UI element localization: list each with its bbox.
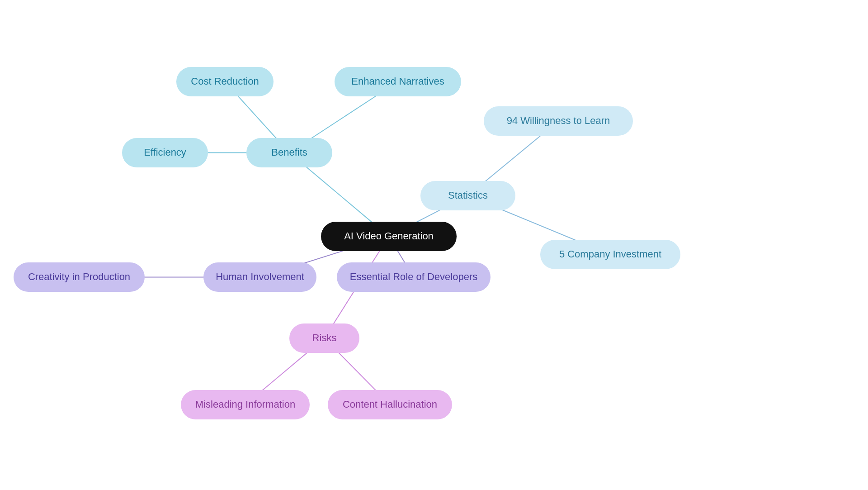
company-investment-node: 5 Company Investment (540, 240, 680, 269)
company-investment-label: 5 Company Investment (559, 248, 661, 261)
enhanced-narratives-node: Enhanced Narratives (335, 67, 461, 96)
hallucination-node: Content Hallucination (328, 390, 452, 419)
risks-node: Risks (289, 323, 359, 353)
efficiency-node: Efficiency (122, 138, 208, 167)
human-involvement-label: Human Involvement (216, 271, 304, 284)
human-involvement-node: Human Involvement (203, 262, 316, 292)
hallucination-label: Content Hallucination (343, 398, 437, 411)
essential-role-label: Essential Role of Developers (350, 271, 477, 284)
misleading-node: Misleading Information (181, 390, 310, 419)
statistics-label: Statistics (448, 189, 488, 202)
efficiency-label: Efficiency (144, 146, 186, 159)
central-label: AI Video Generation (344, 230, 434, 243)
enhanced-narratives-label: Enhanced Narratives (351, 75, 444, 88)
willingness-node: 94 Willingness to Learn (484, 106, 633, 136)
benefits-node: Benefits (246, 138, 332, 167)
creativity-label: Creativity in Production (28, 271, 130, 284)
benefits-label: Benefits (271, 146, 307, 159)
essential-role-node: Essential Role of Developers (337, 262, 491, 292)
creativity-node: Creativity in Production (14, 262, 145, 292)
statistics-node: Statistics (420, 181, 515, 210)
risks-label: Risks (312, 332, 337, 345)
willingness-label: 94 Willingness to Learn (507, 114, 610, 128)
central-node: AI Video Generation (321, 222, 457, 251)
cost-reduction-label: Cost Reduction (191, 75, 259, 88)
cost-reduction-node: Cost Reduction (176, 67, 274, 96)
misleading-label: Misleading Information (195, 398, 295, 411)
